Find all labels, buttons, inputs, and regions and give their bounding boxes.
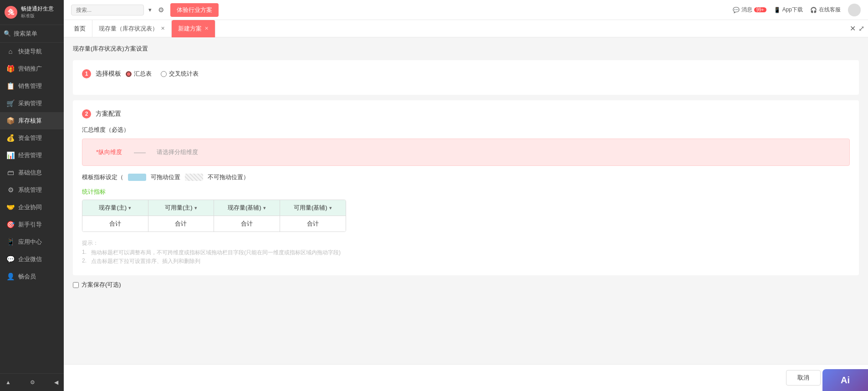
tip-text-1: 拖动标题栏可以调整布局，不可跨维度或指标区域拖动栏目字段(只能在同一维度或指标区… — [91, 249, 341, 257]
cancel-button[interactable]: 取消 — [786, 370, 821, 386]
sidebar-item-label: 基础信息 — [18, 169, 42, 177]
tab-inventory-label: 现存量（库存状况表） — [99, 25, 158, 33]
app-download-label: App下载 — [782, 6, 803, 14]
step2-card: 2 方案配置 汇总维度（必选） *纵向维度 —— 请选择分组维度 模板指标设定（… — [73, 100, 859, 275]
step1-header: 1 选择模板 汇总表 交叉统计表 — [82, 69, 850, 78]
tips-section: 提示： 1. 拖动标题栏可以调整布局，不可跨维度或指标区域拖动栏目字段(只能在同… — [82, 239, 850, 265]
tips-title: 提示： — [82, 239, 850, 247]
stats-col-2[interactable]: 可用量(主) ▾ — [148, 200, 214, 216]
sidebar-footer: ▲ ⚙ ◀ — [0, 373, 64, 391]
sidebar-item-system[interactable]: ⚙ 系统管理 — [0, 181, 64, 199]
sidebar-scroll-down[interactable]: ◀ — [53, 378, 59, 386]
tab-inventory-close[interactable]: ✕ — [161, 26, 165, 31]
sidebar-search[interactable]: 🔍 搜索菜单 — [0, 25, 64, 43]
radio-cross-input[interactable] — [161, 71, 167, 77]
message-label: 消息 — [741, 6, 752, 14]
dimension-placeholder: 请选择分组维度 — [157, 148, 198, 156]
online-service-label: 在线客服 — [819, 6, 841, 14]
sidebar-item-cooperation[interactable]: 🤝 企业协同 — [0, 199, 64, 216]
tab-close-all-btn[interactable]: ✕ — [850, 24, 856, 33]
indicator-row: 模板指标设定（ 可拖动位置 不可拖动位置） — [82, 173, 850, 181]
step1-title: 选择模板 — [96, 70, 121, 78]
radio-summary-label: 汇总表 — [134, 70, 152, 78]
sidebar-item-label: 畅会员 — [18, 273, 36, 281]
template-radio-group: 汇总表 交叉统计表 — [126, 70, 199, 78]
sidebar-item-wechat[interactable]: 💬 企业微信 — [0, 251, 64, 268]
service-icon: 🎧 — [810, 7, 817, 13]
app-version: 标准版 — [21, 13, 54, 19]
tab-new-scheme-close[interactable]: ✕ — [204, 26, 209, 31]
radio-summary[interactable]: 汇总表 — [126, 70, 152, 78]
sidebar-item-finance[interactable]: 💰 资金管理 — [0, 129, 64, 147]
gift-icon: 🎁 — [6, 65, 15, 73]
stats-col-1-label: 现存量(主) — [99, 204, 127, 212]
required-mark: *纵向维度 — [96, 148, 122, 156]
sidebar-item-label: 资金管理 — [18, 134, 42, 142]
sidebar-item-inventory[interactable]: 📦 库存核算 — [0, 112, 64, 129]
radio-cross[interactable]: 交叉统计表 — [161, 70, 199, 78]
sidebar-item-operation[interactable]: 📊 经营管理 — [0, 147, 64, 164]
save-checkbox-row: 方案保存(可选) — [73, 281, 859, 289]
sidebar-item-sales[interactable]: 📋 销售管理 — [0, 77, 64, 95]
handshake-icon: 🤝 — [6, 203, 15, 211]
step2-num: 2 — [82, 109, 91, 118]
sidebar-item-marketing[interactable]: 🎁 营销推广 — [0, 60, 64, 77]
stats-col-1[interactable]: 现存量(主) ▾ — [82, 200, 148, 216]
dimension-arrow: —— — [134, 149, 146, 156]
sidebar-item-basic[interactable]: 🗃 基础信息 — [0, 164, 64, 181]
stats-cell-1-2: 合计 — [148, 216, 214, 232]
download-icon: 📱 — [774, 7, 781, 13]
sidebar-nav: ⌂ 快捷导航 🎁 营销推广 📋 销售管理 🛒 采购管理 📦 库存核算 💰 资金管… — [0, 43, 64, 373]
stats-label: 统计指标 — [82, 188, 850, 196]
tip-num-2: 2. — [82, 257, 88, 265]
tab-home[interactable]: 首页 — [67, 20, 92, 37]
stats-col-4[interactable]: 可用量(基辅) ▾ — [280, 200, 346, 216]
tab-inventory-status[interactable]: 现存量（库存状况表） ✕ — [92, 20, 172, 37]
sidebar-item-guide[interactable]: 🎯 新手引导 — [0, 216, 64, 233]
header-search-input[interactable] — [71, 5, 144, 15]
sidebar-logo: 兔 畅捷通好生意 标准版 — [0, 0, 64, 25]
header-right: 💬 消息 99+ 📱 App下载 🎧 在线客服 — [733, 4, 861, 16]
sidebar-scroll-up[interactable]: ▲ — [5, 378, 12, 386]
tab-home-label: 首页 — [74, 25, 86, 33]
trial-btn[interactable]: 体验行业方案 — [170, 3, 219, 17]
dimension-box[interactable]: *纵向维度 —— 请选择分组维度 — [82, 139, 850, 166]
stats-cell-1-3: 合计 — [214, 216, 280, 232]
search-label: 搜索菜单 — [14, 30, 37, 38]
stats-col-3[interactable]: 现存量(基辅) ▾ — [214, 200, 280, 216]
header-left: ▾ ⚙ 体验行业方案 — [71, 3, 219, 17]
user-avatar[interactable] — [848, 4, 861, 16]
stats-table-body: 合计 合计 合计 合计 — [82, 216, 346, 232]
sidebar-item-label: 快捷导航 — [18, 47, 42, 56]
sidebar-item-member[interactable]: 👤 畅会员 — [0, 268, 64, 285]
stats-cell-1-4: 合计 — [280, 216, 346, 232]
sidebar-item-label: 库存核算 — [18, 117, 42, 125]
cart-icon: 🛒 — [6, 99, 15, 108]
tab-new-scheme[interactable]: 新建方案 ✕ — [172, 20, 215, 37]
radio-summary-input[interactable] — [126, 71, 132, 77]
sidebar-item-app-center[interactable]: 📱 应用中心 — [0, 233, 64, 251]
header-gear-btn[interactable]: ⚙ — [156, 4, 166, 16]
message-icon: 💬 — [733, 7, 740, 13]
save-checkbox-label: 方案保存(可选) — [82, 281, 121, 289]
sidebar-item-purchase[interactable]: 🛒 采购管理 — [0, 95, 64, 112]
top-header: ▾ ⚙ 体验行业方案 💬 消息 99+ 📱 App下载 🎧 在线客服 — [64, 0, 868, 20]
settings-btn[interactable]: ⚙ — [29, 378, 36, 386]
online-service-btn[interactable]: 🎧 在线客服 — [810, 6, 841, 14]
app-name: 畅捷通好生意 — [21, 5, 54, 13]
app-download-btn[interactable]: 📱 App下载 — [774, 6, 803, 14]
header-dropdown-btn[interactable]: ▾ — [148, 6, 152, 13]
sidebar-item-quick-nav[interactable]: ⌂ 快捷导航 — [0, 43, 64, 60]
sidebar-item-label: 销售管理 — [18, 82, 42, 90]
chevron-down-icon: ▾ — [128, 205, 131, 211]
sidebar-item-label: 企业协同 — [18, 203, 42, 211]
save-checkbox-input[interactable] — [73, 282, 79, 288]
sidebar-item-label: 新手引导 — [18, 221, 42, 229]
ai-float-btn[interactable]: Ai — [822, 369, 868, 391]
tab-expand-btn[interactable]: ⤢ — [858, 24, 864, 33]
target-icon: 🎯 — [6, 221, 15, 229]
chat-icon: 💬 — [6, 255, 15, 263]
mobile-icon: 📱 — [6, 238, 15, 246]
sidebar: 兔 畅捷通好生意 标准版 🔍 搜索菜单 ⌂ 快捷导航 🎁 营销推广 📋 销售管理… — [0, 0, 64, 391]
message-btn[interactable]: 💬 消息 99+ — [733, 6, 766, 14]
